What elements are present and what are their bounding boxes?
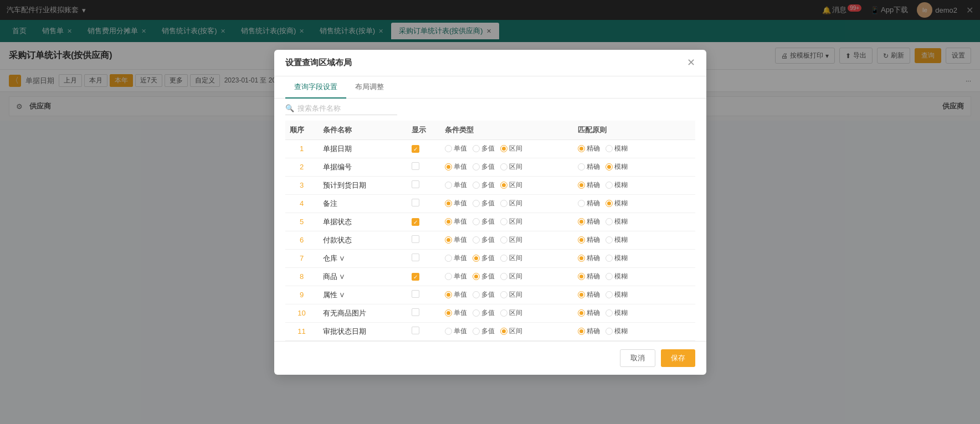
search-icon: 🔍 — [285, 104, 294, 112]
dialog-tab-layout-label: 布局调整 — [355, 82, 384, 91]
dialog-tab-query-label: 查询字段设置 — [294, 82, 337, 91]
dialog-tabs: 查询字段设置 布局调整 — [274, 76, 706, 99]
dialog-search-area: 🔍 — [274, 99, 706, 121]
ct-header: 顺序 条件名称 显示 条件类型 匹配原则 — [285, 121, 695, 121]
conditions-table: 顺序 条件名称 显示 条件类型 匹配原则 1单据日期 单值 多值 区间 — [274, 121, 706, 121]
dialog-header: 设置查询区域布局 ✕ — [274, 50, 706, 76]
dialog-title: 设置查询区域布局 — [285, 58, 352, 68]
dialog: 设置查询区域布局 ✕ 查询字段设置 布局调整 🔍 顺序 条件名称 — [274, 50, 706, 121]
search-input[interactable] — [297, 104, 397, 112]
dialog-close-icon[interactable]: ✕ — [687, 58, 695, 68]
search-input-wrap: 🔍 — [285, 104, 397, 115]
dialog-tab-layout[interactable]: 布局调整 — [346, 76, 393, 99]
dialog-tab-query-fields[interactable]: 查询字段设置 — [285, 76, 346, 99]
modal-overlay: 设置查询区域布局 ✕ 查询字段设置 布局调整 🔍 顺序 条件名称 — [0, 0, 980, 121]
